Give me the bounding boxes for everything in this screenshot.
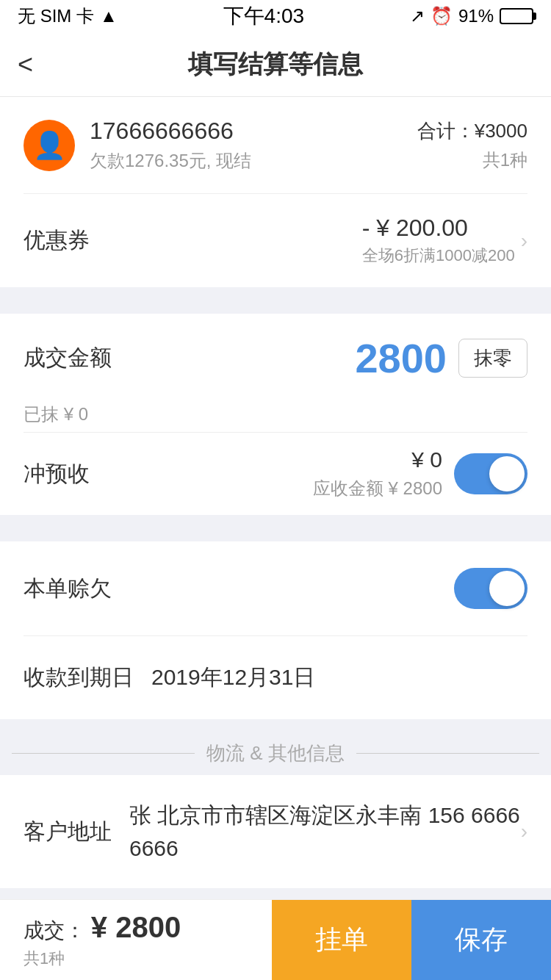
coupon-amount: - ¥ 200.00 (362, 215, 515, 242)
prepay-amount: ¥ 0 (411, 447, 442, 472)
total-count: 共1种 (417, 148, 527, 172)
bottom-count: 共1种 (24, 948, 248, 970)
time-label: 下午4:03 (223, 2, 305, 30)
debt-label: 本单赊欠 (24, 574, 454, 604)
total-label: 合计：¥3000 (417, 118, 527, 144)
customer-card: 👤 17666666666 欠款1276.35元, 现结 合计：¥3000 共1… (0, 97, 551, 287)
duedate-row: 收款到期日 2019年12月31日 (24, 636, 527, 719)
hang-button[interactable]: 挂单 (272, 900, 411, 981)
status-bar: 无 SIM 卡 ▲ 下午4:03 ↗ ⏰ 91% (0, 0, 551, 32)
prepay-receivable: 应收金额 ¥ 2800 (313, 477, 442, 500)
coupon-right: - ¥ 200.00 全场6折满1000减200 › (362, 215, 527, 267)
page-title: 填写结算等信息 (188, 48, 363, 82)
address-chevron-icon: › (521, 820, 527, 843)
toggle-knob (489, 456, 525, 491)
location-icon: ↗ (410, 6, 425, 26)
coupon-label: 优惠券 (24, 226, 362, 256)
bottom-deal-row: 成交： ¥ 2800 (24, 911, 248, 945)
status-right: ↗ ⏰ 91% (410, 6, 533, 26)
wifi-icon: ▲ (100, 6, 118, 26)
customer-info: 17666666666 欠款1276.35元, 现结 (90, 118, 417, 173)
alarm-icon: ⏰ (431, 6, 453, 26)
main-content: 👤 17666666666 欠款1276.35元, 现结 合计：¥3000 共1… (0, 97, 551, 976)
customer-row: 👤 17666666666 欠款1276.35元, 现结 合计：¥3000 共1… (24, 97, 527, 193)
amount-sub: 已抹 ¥ 0 (24, 403, 527, 432)
duedate-label: 收款到期日 (24, 663, 134, 693)
section-gap-1 (0, 299, 551, 314)
coupon-desc: 全场6折满1000减200 (362, 245, 515, 267)
bottom-amount: ¥ 2800 (91, 911, 181, 943)
status-left: 无 SIM 卡 ▲ (18, 4, 118, 28)
debt-toggle-knob (489, 571, 525, 606)
section-gap-2 (0, 515, 551, 530)
avatar-icon: 👤 (33, 130, 66, 161)
address-section: 客户地址 张 北京市市辖区海淀区永丰南 156 6666 6666 › (0, 775, 551, 888)
customer-phone: 17666666666 (90, 118, 417, 145)
customer-total: 合计：¥3000 共1种 (417, 118, 527, 172)
prepay-row: 冲预收 ¥ 0 应收金额 ¥ 2800 (24, 433, 527, 515)
prepay-label: 冲预收 (24, 459, 313, 489)
duedate-value: 2019年12月31日 (151, 663, 315, 693)
save-button[interactable]: 保存 (411, 900, 551, 981)
coupon-row[interactable]: 优惠券 - ¥ 200.00 全场6折满1000减200 › (24, 194, 527, 287)
amount-section: 成交金额 2800 抹零 已抹 ¥ 0 冲预收 ¥ 0 应收金额 ¥ 2800 (0, 314, 551, 515)
logistics-divider: 物流 & 其他信息 (0, 731, 551, 775)
amount-label: 成交金额 (24, 343, 355, 373)
amount-value: 2800 (355, 334, 447, 382)
amount-value-wrap: 2800 抹零 (355, 334, 527, 382)
address-key: 客户地址 (24, 817, 112, 847)
logistics-line-right (356, 753, 539, 754)
debt-toggle[interactable] (454, 568, 527, 609)
bottom-bar: 成交： ¥ 2800 共1种 挂单 保存 (0, 899, 551, 980)
battery-icon (500, 8, 533, 24)
logistics-line-left (12, 753, 195, 754)
prepay-toggle[interactable] (454, 453, 527, 494)
address-value: 张 北京市市辖区海淀区永丰南 156 6666 6666 (129, 799, 521, 865)
debt-row: 本单赊欠 (24, 541, 527, 635)
battery-percent: 91% (458, 6, 494, 26)
bottom-deal-label: 成交： (24, 919, 85, 942)
customer-sub: 欠款1276.35元, 现结 (90, 149, 417, 173)
chevron-right-icon: › (521, 229, 527, 253)
header: < 填写结算等信息 (0, 32, 551, 97)
prepay-right: ¥ 0 应收金额 ¥ 2800 (313, 447, 442, 500)
bottom-summary: 成交： ¥ 2800 共1种 (0, 911, 272, 970)
logistics-label: 物流 & 其他信息 (206, 741, 345, 766)
carrier-label: 无 SIM 卡 (18, 4, 94, 28)
address-row[interactable]: 客户地址 张 北京市市辖区海淀区永丰南 156 6666 6666 › (24, 775, 527, 888)
debt-section: 本单赊欠 收款到期日 2019年12月31日 (0, 541, 551, 719)
back-button[interactable]: < (18, 49, 33, 80)
erase-button[interactable]: 抹零 (458, 339, 527, 378)
avatar: 👤 (24, 120, 75, 171)
amount-row: 成交金额 2800 抹零 (24, 314, 527, 403)
